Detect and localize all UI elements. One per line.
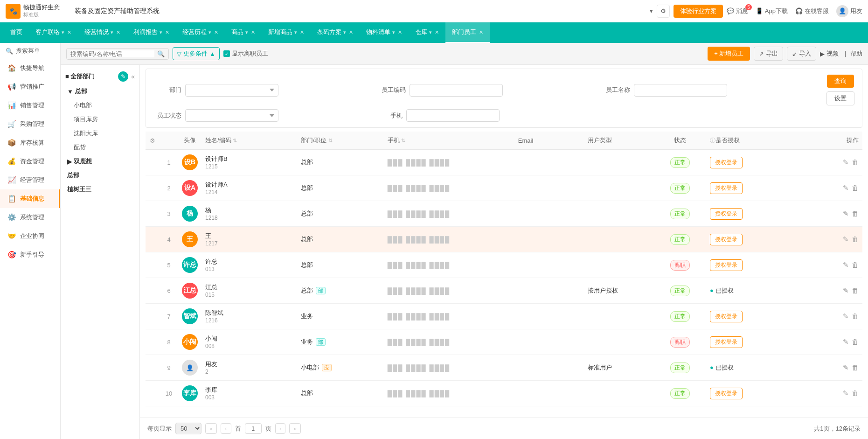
dept-tree-shuanglu[interactable]: ▶ 双鹿想 (61, 154, 139, 168)
trial-btn[interactable]: 体验行业方案 (674, 5, 723, 18)
auth-btn[interactable]: 授权登录 (710, 336, 743, 348)
sidebar-item-quicknav[interactable]: 🏠 快捷导航 (0, 59, 60, 77)
next-page-btn[interactable]: › (275, 423, 285, 434)
employee-name[interactable]: 小闯 (205, 334, 293, 343)
delete-icon[interactable]: 🗑 (852, 209, 859, 217)
show-resigned-toggle[interactable]: ✓ 显示离职员工 (223, 49, 268, 58)
prev-page-btn[interactable]: ‹ (221, 423, 231, 434)
filter-empname-input[interactable] (634, 84, 727, 97)
auth-btn[interactable]: 授权登录 (710, 234, 743, 245)
row-settings[interactable] (146, 329, 160, 355)
edit-icon[interactable]: ✎ (843, 209, 849, 217)
nav-tab-operation[interactable]: 经营情况 ▾ ✕ (78, 22, 127, 43)
row-settings[interactable] (146, 227, 160, 252)
sidebar-item-finance[interactable]: 💰 资金管理 (0, 152, 60, 171)
th-phone[interactable]: 手机 ⇅ (384, 132, 514, 150)
row-settings[interactable] (146, 175, 160, 201)
dept-tree-zongbu[interactable]: ▼ 总部 (61, 84, 139, 98)
th-settings[interactable]: ⚙ (146, 132, 160, 150)
dept-tree-shenyang[interactable]: 沈阳大库 (61, 126, 139, 140)
dept-all-label[interactable]: ■ 全部部门 (65, 72, 115, 81)
sidebar-item-inventory[interactable]: 📦 库存核算 (0, 133, 60, 152)
sidebar-item-collab[interactable]: 🤝 企业协同 (0, 227, 60, 245)
employee-name[interactable]: 许总 (205, 258, 293, 266)
page-size-select[interactable]: 50 20 100 (175, 423, 201, 434)
edit-icon[interactable]: ✎ (843, 158, 849, 166)
search-input-wrap[interactable]: 🔍 (66, 48, 169, 60)
row-settings[interactable] (146, 150, 160, 175)
sidebar-item-guide[interactable]: 🎯 新手引导 (0, 245, 60, 264)
row-settings[interactable] (146, 381, 160, 406)
view-btn[interactable]: ▶ 视频 (820, 49, 839, 58)
delete-icon[interactable]: 🗑 (852, 235, 859, 243)
dept-edit-icon[interactable]: ✎ (118, 71, 128, 82)
page-input[interactable] (245, 423, 262, 434)
sidebar-item-basicinfo[interactable]: 📋 基础信息 (0, 189, 60, 208)
edit-icon[interactable]: ✎ (843, 286, 849, 294)
first-page-btn[interactable]: « (205, 423, 217, 434)
delete-icon[interactable]: 🗑 (852, 286, 859, 294)
row-settings[interactable] (146, 355, 160, 381)
row-settings[interactable] (146, 278, 160, 304)
delete-icon[interactable]: 🗑 (852, 389, 859, 397)
nav-tab-barcode[interactable]: 条码方案 ▾ ✕ (311, 22, 360, 43)
reset-btn[interactable]: 设置 (826, 91, 854, 105)
sidebar-search[interactable]: 🔍 搜索菜单 (0, 43, 60, 59)
row-avatar[interactable]: 👤 (178, 355, 201, 381)
th-dept[interactable]: 部门/职位 ⇅ (297, 132, 384, 150)
message-btn[interactable]: 💬 消息 5 (727, 7, 748, 15)
app-download-btn[interactable]: 📱 App下载 (756, 7, 788, 15)
dept-tree-xmkf[interactable]: 项目库房 (61, 112, 139, 126)
filter-status-select[interactable] (185, 109, 278, 122)
row-avatar[interactable]: 王 (178, 227, 201, 252)
nav-tab-dept-employee[interactable]: 部门员工 ✕ (445, 22, 490, 43)
nav-tab-bom[interactable]: 物料清单 ▾ ✕ (360, 22, 409, 43)
employee-name[interactable]: 设计师A (205, 181, 293, 189)
edit-icon[interactable]: ✎ (843, 312, 849, 320)
edit-icon[interactable]: ✎ (843, 184, 849, 192)
more-filter-btn[interactable]: ▽ 更多条件 ▲ (173, 47, 220, 60)
dept-tree-xiaodian[interactable]: 小电部 (61, 98, 139, 112)
auth-btn[interactable]: 授权登录 (710, 157, 743, 168)
employee-name[interactable]: 设计师B (205, 155, 293, 163)
user-info-btn[interactable]: 👤 用友 (836, 5, 862, 17)
dept-tree-peihuo[interactable]: 配货 (61, 140, 139, 154)
nav-tab-goods[interactable]: 商品 ▾ ✕ (225, 22, 262, 43)
row-avatar[interactable]: 江总 (178, 278, 201, 304)
dept-tree-zb2[interactable]: 总部 (61, 168, 139, 182)
employee-name[interactable]: 李库 (205, 386, 293, 394)
row-avatar[interactable]: 小闯 (178, 329, 201, 355)
show-resigned-checkbox[interactable]: ✓ (223, 50, 230, 57)
sidebar-item-sysmanage[interactable]: ⚙️ 系统管理 (0, 208, 60, 227)
delete-icon[interactable]: 🗑 (852, 312, 859, 320)
last-page-btn[interactable]: » (289, 423, 301, 434)
filter-dept-select[interactable] (185, 84, 278, 97)
search-input[interactable] (70, 50, 154, 57)
delete-icon[interactable]: 🗑 (852, 158, 859, 166)
sidebar-item-purchase[interactable]: 🛒 采购管理 (0, 115, 60, 133)
row-avatar[interactable]: 许总 (178, 252, 201, 278)
edit-icon[interactable]: ✎ (843, 363, 849, 371)
add-employee-btn[interactable]: + 新增员工 (708, 47, 750, 61)
sidebar-item-bizmanage[interactable]: 📈 经营管理 (0, 171, 60, 189)
nav-tab-customer[interactable]: 客户联络 ▾ ✕ (29, 22, 78, 43)
edit-icon[interactable]: ✎ (843, 261, 849, 269)
nav-tab-home[interactable]: 首页 (4, 22, 29, 43)
employee-name[interactable]: 王 (205, 232, 293, 240)
auth-btn[interactable]: 授权登录 (710, 311, 743, 322)
sidebar-item-sales[interactable]: 📊 销售管理 (0, 96, 60, 115)
employee-name[interactable]: 用友 (205, 360, 293, 369)
title-dropdown-icon[interactable]: ▾ (650, 7, 653, 14)
employee-name[interactable]: 杨 (205, 206, 293, 215)
filter-phone-input[interactable] (406, 109, 500, 122)
online-service-btn[interactable]: 🎧 在线客服 (795, 7, 829, 15)
th-name[interactable]: 姓名/编码 ⇅ (201, 132, 297, 150)
row-settings[interactable] (146, 304, 160, 329)
auth-btn[interactable]: 授权登录 (710, 259, 743, 271)
sidebar-item-marketing[interactable]: 📢 营销推广 (0, 77, 60, 96)
edit-icon[interactable]: ✎ (843, 235, 849, 243)
auth-btn[interactable]: 授权登录 (710, 388, 743, 399)
row-settings[interactable] (146, 252, 160, 278)
dept-tree-zhishu[interactable]: 植树王三 (61, 182, 139, 196)
auth-btn[interactable]: 授权登录 (710, 182, 743, 194)
